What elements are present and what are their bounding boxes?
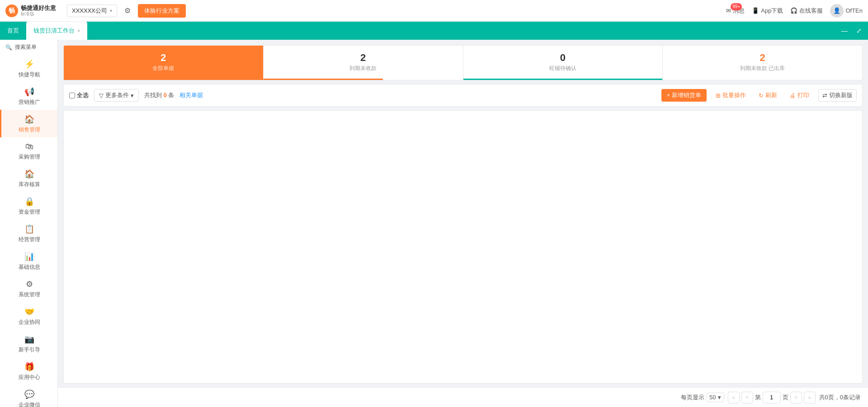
cooperation-icon: 🤝 [24, 307, 34, 317]
stat-progress-overdue [264, 79, 463, 80]
refresh-button[interactable]: ↻ 刷新 [755, 89, 781, 101]
tab-workbench[interactable]: 钱货日清工作台 × [26, 22, 87, 40]
related-link[interactable]: 相关单据 [179, 91, 203, 99]
progress-bar-orange [264, 79, 383, 80]
stat-label-all: 全部单据 [152, 65, 174, 72]
logo-title: 畅捷通好生意 [21, 5, 56, 12]
stat-card-all[interactable]: 2 全部单据 [64, 46, 264, 80]
appdown-button[interactable]: 📱 App下载 [752, 7, 783, 15]
stat-card-overdue[interactable]: 2 到期未收款 [264, 46, 463, 80]
message-icon: ✉ [726, 7, 731, 14]
top-bar: 畅 畅捷通好生意 标准版 XXXXXX公司 ▾ ⚙ 体验行业方案 ✉ 消息 99… [0, 0, 868, 22]
company-name: XXXXXX公司 [72, 7, 107, 15]
found-suffix: 条 [168, 92, 174, 98]
base-info-icon: 📊 [24, 252, 34, 262]
sidebar-item-guide[interactable]: 📷 新手引导 [0, 330, 57, 357]
switch-version-button[interactable]: ⇄ 切换新版 [818, 89, 857, 102]
progress-bar-teal [463, 79, 663, 80]
sidebar-item-finance[interactable]: 🔒 资金管理 [0, 192, 57, 220]
filter-chevron-icon: ▾ [131, 92, 134, 99]
add-sales-button[interactable]: + 新增销货单 [661, 89, 707, 102]
stat-progress-pending [463, 79, 663, 80]
message-badge: 99+ [731, 3, 742, 10]
sidebar-item-base-info[interactable]: 📊 基础信息 [0, 247, 57, 275]
marketing-icon: 📢 [24, 87, 34, 97]
avatar-area[interactable]: 👤 OfTEn [830, 4, 863, 18]
stat-label-outbound: 到期未收款 已出库 [740, 65, 785, 72]
inventory-icon: 🏠 [24, 169, 34, 179]
found-prefix: 共找到 [144, 92, 162, 98]
sidebar-label-cooperation: 企业协同 [19, 318, 40, 326]
sidebar-item-cooperation[interactable]: 🤝 企业协同 [0, 302, 57, 330]
settings-button[interactable]: ⚙ [121, 4, 134, 18]
logo-sub: 标准版 [21, 11, 56, 17]
sidebar-label-system: 系统管理 [19, 291, 40, 299]
page-size-select[interactable]: 50 ▾ [706, 393, 724, 402]
switch-label: 切换新版 [829, 91, 853, 99]
total-text: 共0页，0条记录 [819, 393, 861, 402]
sidebar-item-app-center[interactable]: 🎁 应用中心 [0, 357, 57, 385]
tab-home[interactable]: 首页 [0, 22, 26, 40]
sidebar-label-operation: 经营管理 [19, 236, 40, 243]
sidebar-item-inventory[interactable]: 🏠 库存核算 [0, 164, 57, 192]
purchase-icon: 🛍 [25, 142, 33, 151]
next-page-button[interactable]: > [790, 392, 802, 403]
sidebar-item-sales[interactable]: 🏠 销售管理 [0, 110, 57, 137]
system-icon: ⚙ [26, 279, 33, 289]
search-menu-label: 搜索菜单 [15, 43, 37, 51]
sidebar-item-wechat[interactable]: 💬 企业微信 [0, 385, 57, 407]
sidebar-item-quick-nav[interactable]: ⚡ 快捷导航 [0, 55, 57, 82]
stat-num-pending: 0 [560, 52, 566, 64]
tab-restore-button[interactable]: ⤢ [854, 25, 864, 36]
print-label: 打印 [797, 91, 809, 99]
sidebar-label-wechat: 企业微信 [19, 401, 40, 407]
guide-icon: 📷 [24, 334, 34, 344]
page-size-chevron-icon: ▾ [718, 394, 721, 401]
stat-card-pending[interactable]: 0 旺辅待确认 [463, 46, 663, 80]
select-all-label: 全选 [77, 91, 89, 99]
tab-close-icon[interactable]: × [77, 28, 80, 33]
company-selector[interactable]: XXXXXX公司 ▾ [67, 5, 117, 17]
first-page-button[interactable]: « [728, 392, 740, 403]
print-icon: 🖨 [790, 92, 796, 99]
headset-icon: 🎧 [790, 7, 797, 14]
page-input[interactable] [763, 392, 781, 403]
message-button[interactable]: ✉ 消息 99+ [726, 7, 745, 15]
page-size-value: 50 [709, 394, 716, 401]
appdown-icon: 📱 [752, 7, 759, 14]
print-button[interactable]: 🖨 打印 [786, 89, 813, 101]
found-count: 0 [164, 92, 167, 98]
app-center-icon: 🎁 [24, 362, 34, 372]
tab-minimize-button[interactable]: — [839, 25, 850, 36]
sidebar-item-marketing[interactable]: 📢 营销推广 [0, 82, 57, 110]
sales-icon: 🏠 [24, 114, 34, 124]
refresh-icon: ↻ [759, 92, 764, 99]
search-icon: 🔍 [5, 44, 12, 51]
page-suffix: 页 [783, 393, 788, 402]
wechat-icon: 💬 [24, 389, 34, 399]
sidebar-item-system[interactable]: ⚙ 系统管理 [0, 275, 57, 302]
tab-home-label: 首页 [7, 27, 19, 35]
stat-label-pending: 旺辅待确认 [549, 65, 576, 72]
trial-button[interactable]: 体验行业方案 [138, 4, 186, 18]
switch-icon: ⇄ [822, 92, 827, 99]
online-service-button[interactable]: 🎧 在线客服 [790, 7, 823, 15]
operation-icon: 📋 [24, 224, 34, 234]
select-all-checkbox[interactable] [69, 93, 75, 98]
filter-button[interactable]: ▽ 更多条件 ▾ [94, 89, 139, 102]
stat-card-outbound[interactable]: 2 到期未收款 已出库 [663, 46, 862, 80]
tab-workbench-label: 钱货日清工作台 [33, 27, 75, 35]
stat-num-all: 2 [160, 52, 166, 64]
sidebar-label-base-info: 基础信息 [19, 263, 40, 271]
sidebar-item-purchase[interactable]: 🛍 采购管理 [0, 137, 57, 164]
search-menu-button[interactable]: 🔍 搜索菜单 [0, 40, 57, 55]
filter-icon: ▽ [99, 92, 104, 99]
prev-page-button[interactable]: < [741, 392, 753, 403]
sidebar-item-operation[interactable]: 📋 经营管理 [0, 220, 57, 247]
page-label: 第 [755, 393, 761, 402]
sidebar-label-quick-nav: 快捷导航 [19, 71, 40, 79]
sidebar-label-finance: 资金管理 [19, 208, 40, 216]
batch-button[interactable]: ⊞ 批量操作 [712, 89, 750, 101]
last-page-button[interactable]: » [804, 392, 816, 403]
select-all-area[interactable]: 全选 [69, 91, 89, 99]
